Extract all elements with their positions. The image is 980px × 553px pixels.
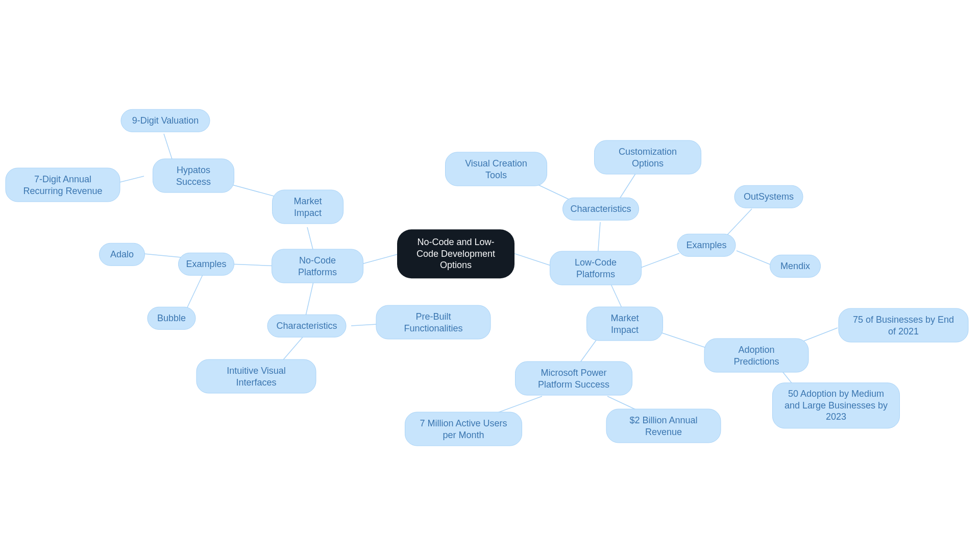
lowcode-examples-label: Examples xyxy=(686,239,726,251)
leaf-50pct: 50 Adoption by Medium and Large Business… xyxy=(783,388,889,423)
leaf-customization: Customization Options xyxy=(605,146,691,169)
leaf-adalo: Adalo xyxy=(110,249,134,260)
node-7digit-arr[interactable]: 7-Digit Annual Recurring Revenue xyxy=(6,168,120,202)
leaf-2b-revenue: $2 Billion Annual Revenue xyxy=(617,415,710,438)
node-lowcode-examples[interactable]: Examples xyxy=(677,234,736,257)
node-7m-users[interactable]: 7 Million Active Users per Month xyxy=(405,412,522,446)
node-mendix[interactable]: Mendix xyxy=(770,255,821,278)
microsoft-label: Microsoft Power Platform Success xyxy=(526,367,622,390)
leaf-outsystems: OutSystems xyxy=(744,191,794,203)
root-label: No-Code and Low-Code Development Options xyxy=(410,236,501,271)
svg-line-13 xyxy=(640,253,679,268)
node-prebuilt[interactable]: Pre-Built Functionalities xyxy=(376,305,491,340)
nocode-examples-label: Examples xyxy=(186,258,226,270)
nocode-market-impact-label: Market Impact xyxy=(283,196,333,219)
leaf-75pct: 75 of Businesses by End of 2021 xyxy=(849,314,958,337)
leaf-prebuilt: Pre-Built Functionalities xyxy=(387,311,480,334)
leaf-7m-users: 7 Million Active Users per Month xyxy=(415,418,511,441)
lowcode-market-impact-label: Market Impact xyxy=(597,312,652,335)
svg-line-9 xyxy=(187,272,204,308)
node-nocode-market-impact[interactable]: Market Impact xyxy=(272,190,344,224)
lowcode-label: Low-Code Platforms xyxy=(560,257,631,280)
node-nocode-examples[interactable]: Examples xyxy=(178,253,234,276)
hypatos-label: Hypatos Success xyxy=(163,164,224,187)
node-adalo[interactable]: Adalo xyxy=(99,243,145,266)
node-adoption-predictions[interactable]: Adoption Predictions xyxy=(704,339,809,373)
adoption-label: Adoption Predictions xyxy=(715,344,798,367)
svg-line-8 xyxy=(144,254,181,257)
node-50pct[interactable]: 50 Adoption by Medium and Large Business… xyxy=(772,382,900,428)
leaf-9digit: 9-Digit Valuation xyxy=(132,115,199,127)
nocode-characteristics-label: Characteristics xyxy=(276,320,337,332)
node-outsystems[interactable]: OutSystems xyxy=(734,185,803,208)
lowcode-characteristics-label: Characteristics xyxy=(570,203,631,215)
node-75pct[interactable]: 75 of Businesses by End of 2021 xyxy=(839,308,969,343)
svg-line-3 xyxy=(229,264,278,266)
leaf-intuitive-visual: Intuitive Visual Interfaces xyxy=(207,365,306,388)
node-visual-tools[interactable]: Visual Creation Tools xyxy=(445,152,547,186)
node-hypatos[interactable]: Hypatos Success xyxy=(153,159,234,193)
leaf-mendix: Mendix xyxy=(780,260,810,272)
node-nocode-characteristics[interactable]: Characteristics xyxy=(267,315,347,338)
node-lowcode[interactable]: Low-Code Platforms xyxy=(550,251,642,285)
leaf-bubble: Bubble xyxy=(157,312,186,324)
nocode-label: No-Code Platforms xyxy=(282,255,353,278)
leaf-7digit-arr: 7-Digit Annual Recurring Revenue xyxy=(16,174,110,197)
leaf-visual-tools: Visual Creation Tools xyxy=(456,158,536,181)
node-bubble[interactable]: Bubble xyxy=(148,307,196,330)
node-2b-revenue[interactable]: $2 Billion Annual Revenue xyxy=(606,409,721,443)
node-nocode[interactable]: No-Code Platforms xyxy=(272,249,363,283)
node-lowcode-characteristics[interactable]: Characteristics xyxy=(562,198,639,221)
node-9digit[interactable]: 9-Digit Valuation xyxy=(121,109,210,132)
svg-line-18 xyxy=(737,251,773,266)
mindmap-canvas: No-Code and Low-Code Development Options… xyxy=(0,0,980,553)
node-lowcode-market-impact[interactable]: Market Impact xyxy=(586,307,663,341)
root-node[interactable]: No-Code and Low-Code Development Options xyxy=(397,229,514,278)
node-microsoft-success[interactable]: Microsoft Power Platform Success xyxy=(515,362,632,396)
node-customization[interactable]: Customization Options xyxy=(594,140,701,175)
node-intuitive-visual[interactable]: Intuitive Visual Interfaces xyxy=(197,359,316,394)
svg-line-17 xyxy=(725,209,752,237)
